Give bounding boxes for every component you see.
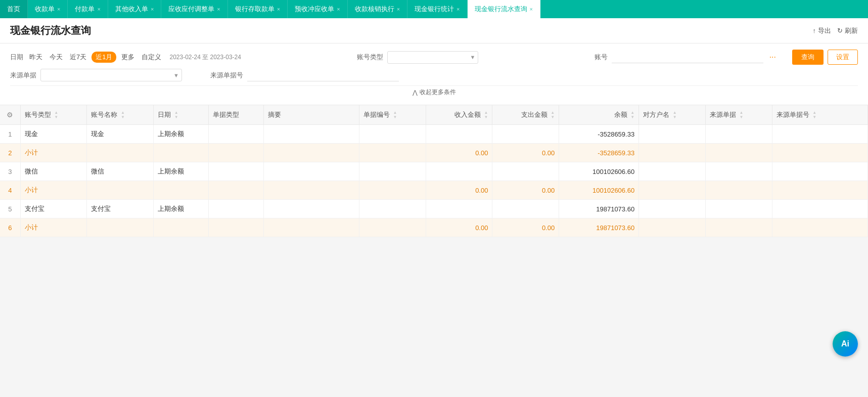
cell-expense bbox=[492, 125, 559, 144]
table-gear-icon[interactable]: ⚙ bbox=[7, 111, 13, 119]
cell-account-type: 现金 bbox=[20, 125, 87, 144]
cell-doc-type bbox=[208, 218, 263, 237]
sort-balance-icon[interactable]: ▲▼ bbox=[630, 111, 634, 119]
table-row[interactable]: 4小计0.000.00100102606.60 bbox=[0, 181, 868, 200]
cell-date bbox=[154, 144, 209, 162]
nav-close-verify[interactable]: × bbox=[397, 6, 400, 12]
cell-balance: 19871073.60 bbox=[559, 200, 639, 218]
col-source-doc-no: 来源单据号 ▲▼ bbox=[772, 105, 867, 125]
shortcut-yesterday[interactable]: 昨天 bbox=[27, 52, 44, 63]
cell-summary bbox=[263, 162, 359, 181]
date-range-display: 2023-02-24 至 2023-03-24 bbox=[169, 53, 241, 62]
nav-item-other-income[interactable]: 其他收入单 × bbox=[108, 0, 161, 18]
shortcut-today[interactable]: 今天 bbox=[48, 52, 65, 63]
sort-counterparty-icon[interactable]: ▲▼ bbox=[673, 111, 677, 119]
source-doc-no-input[interactable] bbox=[247, 69, 399, 81]
cell-date: 上期余额 bbox=[154, 200, 209, 218]
cell-account-name: 现金 bbox=[87, 125, 154, 144]
nav-item-cash-stat[interactable]: 现金银行统计 × bbox=[407, 0, 467, 18]
nav-close-cash-flow[interactable]: × bbox=[530, 6, 533, 12]
collapse-chevron-icon: ⋀ bbox=[413, 89, 418, 96]
nav-item-prepay[interactable]: 预收冲应收单 × bbox=[288, 0, 347, 18]
sort-doc-no-icon[interactable]: ▲▼ bbox=[393, 111, 397, 119]
col-gear[interactable]: ⚙ bbox=[0, 105, 20, 125]
cell-date bbox=[154, 181, 209, 200]
cell-expense: 0.00 bbox=[492, 181, 559, 200]
cell-source-doc bbox=[705, 162, 772, 181]
nav-item-verify[interactable]: 收款核销执行 × bbox=[348, 0, 407, 18]
refresh-icon: ↻ bbox=[837, 27, 843, 34]
nav-close-cash-stat[interactable]: × bbox=[456, 6, 460, 12]
shortcut-1month[interactable]: 近1月 bbox=[92, 52, 116, 63]
sort-expense-icon[interactable]: ▲▼ bbox=[551, 111, 555, 119]
nav-item-home[interactable]: 首页 bbox=[0, 0, 28, 18]
cell-index: 5 bbox=[0, 200, 20, 218]
query-button[interactable]: 查询 bbox=[792, 50, 824, 65]
cell-expense: 0.00 bbox=[492, 144, 559, 162]
sort-source-doc-no-icon[interactable]: ▲▼ bbox=[812, 111, 816, 119]
cell-source-doc-no bbox=[772, 162, 867, 181]
table-row[interactable]: 2小计0.000.00-3528659.33 bbox=[0, 144, 868, 162]
refresh-button[interactable]: ↻ 刷新 bbox=[837, 26, 858, 35]
cell-index: 6 bbox=[0, 218, 20, 237]
account-type-select[interactable] bbox=[387, 51, 478, 64]
sort-account-type-icon[interactable]: ▲▼ bbox=[54, 111, 58, 119]
cell-doc-no bbox=[359, 144, 426, 162]
collapse-label: 收起更多条件 bbox=[420, 88, 456, 97]
filter-area: 日期 昨天 今天 近7天 近1月 更多 自定义 2023-02-24 至 202… bbox=[0, 43, 868, 105]
nav-item-payment[interactable]: 付款单 × bbox=[68, 0, 108, 18]
cell-counterparty bbox=[639, 218, 706, 237]
account-type-group: 账号类型 ▼ bbox=[357, 51, 478, 64]
sort-income-icon[interactable]: ▲▼ bbox=[484, 111, 488, 119]
settings-button[interactable]: 设置 bbox=[828, 50, 858, 65]
nav-close-prepay[interactable]: × bbox=[337, 6, 340, 12]
nav-close-bank-deposit[interactable]: × bbox=[277, 6, 280, 12]
account-type-select-wrapper: ▼ bbox=[387, 51, 478, 64]
cell-index: 2 bbox=[0, 144, 20, 162]
collapse-bar[interactable]: ⋀ 收起更多条件 bbox=[10, 85, 858, 99]
export-icon: ↑ bbox=[813, 27, 816, 34]
shortcut-custom[interactable]: 自定义 bbox=[140, 52, 163, 63]
nav-close-ar-ap-adjust[interactable]: × bbox=[217, 6, 220, 12]
account-dots-icon[interactable]: ··· bbox=[769, 53, 776, 62]
table-area: ⚙ 账号类型 ▲▼ 账号名称 ▲▼ 日期 ▲▼ 单据类型 摘 bbox=[0, 105, 868, 237]
cell-source-doc-no bbox=[772, 218, 867, 237]
nav-item-receipt[interactable]: 收款单 × bbox=[28, 0, 68, 18]
nav-item-cash-flow[interactable]: 现金银行流水查询 × bbox=[468, 0, 540, 18]
col-account-name: 账号名称 ▲▼ bbox=[87, 105, 154, 125]
table-row[interactable]: 3微信微信上期余额100102606.60 bbox=[0, 162, 868, 181]
shortcut-7days[interactable]: 近7天 bbox=[68, 52, 88, 63]
account-input[interactable] bbox=[612, 51, 763, 63]
cell-income: 0.00 bbox=[426, 218, 492, 237]
cell-account-name bbox=[87, 218, 154, 237]
cell-balance: 100102606.60 bbox=[559, 162, 639, 181]
table-row[interactable]: 1现金现金上期余额-3528659.33 bbox=[0, 125, 868, 144]
export-button[interactable]: ↑ 导出 bbox=[813, 26, 832, 35]
cell-counterparty bbox=[639, 181, 706, 200]
shortcut-more[interactable]: 更多 bbox=[119, 52, 136, 63]
col-date: 日期 ▲▼ bbox=[154, 105, 209, 125]
nav-close-receipt[interactable]: × bbox=[57, 6, 60, 12]
cell-summary bbox=[263, 200, 359, 218]
cell-account-name: 微信 bbox=[87, 162, 154, 181]
col-doc-no: 单据编号 ▲▼ bbox=[359, 105, 426, 125]
nav-item-bank-deposit[interactable]: 银行存取款单 × bbox=[228, 0, 288, 18]
table-row[interactable]: 6小计0.000.0019871073.60 bbox=[0, 218, 868, 237]
cell-expense: 0.00 bbox=[492, 218, 559, 237]
col-expense: 支出金额 ▲▼ bbox=[492, 105, 559, 125]
nav-close-payment[interactable]: × bbox=[97, 6, 100, 12]
sort-account-name-icon[interactable]: ▲▼ bbox=[121, 111, 125, 119]
table-row[interactable]: 5支付宝支付宝上期余额19871073.60 bbox=[0, 200, 868, 218]
nav-item-ar-ap-adjust[interactable]: 应收应付调整单 × bbox=[161, 0, 227, 18]
cell-income: 0.00 bbox=[426, 181, 492, 200]
sort-date-icon[interactable]: ▲▼ bbox=[174, 111, 178, 119]
cell-summary bbox=[263, 218, 359, 237]
nav-close-other-income[interactable]: × bbox=[151, 6, 154, 12]
source-doc-no-label: 来源单据号 bbox=[210, 71, 243, 80]
cell-source-doc bbox=[705, 144, 772, 162]
source-doc-select[interactable] bbox=[40, 69, 182, 81]
cell-account-name: 支付宝 bbox=[87, 200, 154, 218]
cell-account-type: 微信 bbox=[20, 162, 87, 181]
sort-source-doc-icon[interactable]: ▲▼ bbox=[740, 111, 744, 119]
page-header: 现金银行流水查询 ↑ 导出 ↻ 刷新 bbox=[0, 18, 868, 43]
